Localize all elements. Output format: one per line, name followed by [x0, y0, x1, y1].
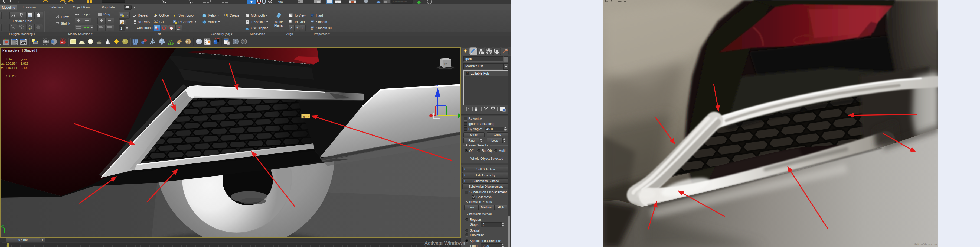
- svg-text:Perspective ] [ Shaded ]: Perspective ] [ Shaded ]: [2, 48, 37, 52]
- svg-text:ABC: ABC: [278, 1, 283, 3]
- svg-text:NetCarShow.com: NetCarShow.com: [605, 0, 628, 3]
- svg-text:%: %: [269, 0, 271, 3]
- svg-text:gum: gum: [303, 115, 309, 118]
- svg-text:Polys:: Polys:: [0, 62, 5, 65]
- svg-text:Verts:: Verts:: [0, 66, 4, 69]
- svg-text:SchlovenNabe: SchlovenNabe: [393, 0, 407, 3]
- svg-text:z: z: [436, 84, 438, 88]
- svg-text:2,496: 2,496: [21, 66, 29, 69]
- svg-text:NetCarShow.com: NetCarShow.com: [914, 243, 937, 246]
- svg-text:106,824: 106,824: [6, 62, 18, 65]
- svg-text:HF: HF: [177, 42, 180, 45]
- svg-text:108.296: 108.296: [6, 75, 18, 78]
- svg-text:0x: 0x: [186, 41, 189, 43]
- svg-text:RO: RO: [444, 63, 447, 65]
- svg-text:y: y: [2, 224, 3, 227]
- svg-text:gum: gum: [21, 58, 27, 61]
- svg-text:1,822: 1,822: [21, 62, 29, 65]
- svg-text:?: ?: [243, 40, 245, 44]
- svg-text:3: 3: [263, 1, 264, 4]
- svg-text:30: 30: [310, 28, 313, 30]
- svg-text:?: ?: [234, 40, 237, 44]
- svg-text:Total: Total: [6, 58, 13, 61]
- svg-text:119,174: 119,174: [6, 66, 17, 69]
